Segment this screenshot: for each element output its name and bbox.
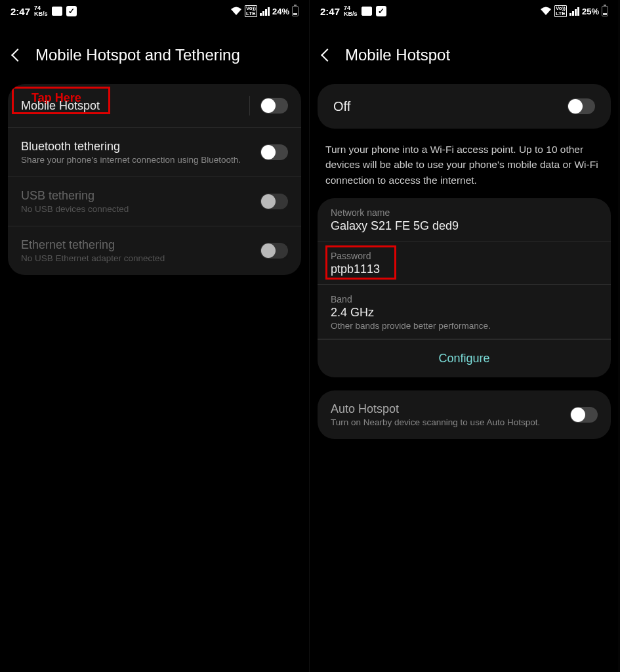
image-icon <box>52 7 62 16</box>
battery-percent: 25% <box>582 7 599 16</box>
field-value: Galaxy S21 FE 5G ded9 <box>331 219 598 233</box>
field-network-name[interactable]: Network name Galaxy S21 FE 5G ded9 <box>318 198 611 242</box>
status-speed: 74 KB/s <box>344 5 358 17</box>
back-icon[interactable] <box>321 49 334 62</box>
row-title: Bluetooth tethering <box>21 140 260 154</box>
battery-percent: 24% <box>272 7 289 16</box>
field-password[interactable]: Password ptpb1113 <box>318 242 611 285</box>
row-ethernet-tethering: Ethernet tethering No USB Ethernet adapt… <box>8 226 301 275</box>
row-title: Ethernet tethering <box>21 238 260 252</box>
off-card: Off <box>318 84 611 129</box>
signal-icon <box>260 7 270 16</box>
header: Mobile Hotspot <box>310 20 619 84</box>
image-icon <box>362 7 372 16</box>
back-icon[interactable] <box>11 49 24 62</box>
field-band[interactable]: Band 2.4 GHz Other bands provide better … <box>318 285 611 339</box>
row-bluetooth-tethering[interactable]: Bluetooth tethering Share your phone's i… <box>8 128 301 177</box>
configure-button[interactable]: Configure <box>318 339 611 377</box>
row-subtitle: No USB devices connected <box>21 204 260 214</box>
battery-icon <box>292 6 299 16</box>
row-hotspot-off[interactable]: Off <box>318 84 611 129</box>
row-mobile-hotspot[interactable]: Mobile Hotspot <box>8 84 301 128</box>
settings-card: Mobile Hotspot Bluetooth tethering Share… <box>8 84 301 275</box>
row-subtitle: Share your phone's internet connection u… <box>21 155 260 165</box>
signal-icon <box>569 7 579 16</box>
page-title: Mobile Hotspot <box>345 46 450 64</box>
field-label: Band <box>331 294 598 304</box>
wifi-icon <box>540 7 552 16</box>
row-subtitle: No USB Ethernet adapter connected <box>21 253 260 263</box>
row-title: Mobile Hotspot <box>21 99 249 113</box>
volte-icon: Vo))LTE <box>554 5 567 17</box>
row-title: USB tethering <box>21 189 260 203</box>
toggle-auto-hotspot[interactable] <box>570 407 598 423</box>
page-title: Mobile Hotspot and Tethering <box>35 46 240 64</box>
toggle-bluetooth-tethering[interactable] <box>260 144 288 160</box>
network-card: Network name Galaxy S21 FE 5G ded9 Passw… <box>318 198 611 377</box>
status-time: 2:47 <box>320 6 340 17</box>
battery-icon <box>602 6 608 16</box>
status-time: 2:47 <box>10 6 30 17</box>
auto-hotspot-card: Auto Hotspot Turn on Nearby device scann… <box>318 390 611 439</box>
row-auto-hotspot[interactable]: Auto Hotspot Turn on Nearby device scann… <box>318 390 611 439</box>
phone-right: 2:47 74 KB/s ✓ Vo))LTE 25% Mobile Hotspo… <box>310 0 619 672</box>
header: Mobile Hotspot and Tethering <box>0 20 309 84</box>
toggle-hotspot[interactable] <box>568 98 595 114</box>
status-bar: 2:47 74 KB/s ✓ Vo))LTE 25% <box>310 0 619 20</box>
wifi-icon <box>230 7 242 16</box>
field-value: ptpb1113 <box>331 262 598 276</box>
check-icon: ✓ <box>66 6 77 16</box>
field-sub: Other bands provide better performance. <box>331 321 598 331</box>
row-title: Auto Hotspot <box>331 402 570 416</box>
status-speed: 74 KB/s <box>34 5 48 17</box>
phone-left: 2:47 74 KB/s ✓ Vo))LTE 24% Mobile Hotspo… <box>0 0 310 672</box>
toggle-ethernet-tethering <box>260 243 288 259</box>
check-icon: ✓ <box>376 6 386 16</box>
field-value: 2.4 GHz <box>331 306 598 320</box>
off-label: Off <box>333 99 350 114</box>
hotspot-description: Turn your phone into a Wi-Fi access poin… <box>310 142 619 198</box>
field-label: Network name <box>331 207 598 218</box>
toggle-usb-tethering <box>260 194 288 209</box>
toggle-mobile-hotspot[interactable] <box>260 98 288 114</box>
status-bar: 2:47 74 KB/s ✓ Vo))LTE 24% <box>0 0 309 20</box>
divider <box>249 96 250 116</box>
row-subtitle: Turn on Nearby device scanning to use Au… <box>331 417 570 427</box>
row-usb-tethering: USB tethering No USB devices connected <box>8 177 301 226</box>
volte-icon: Vo))LTE <box>245 5 257 17</box>
field-label: Password <box>331 251 598 261</box>
